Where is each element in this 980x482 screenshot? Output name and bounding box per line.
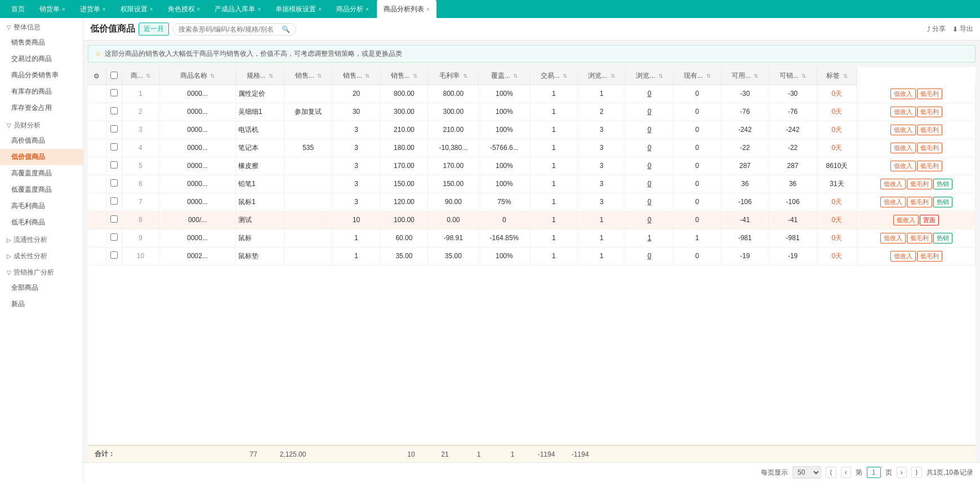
checkbox-cell[interactable] [106, 139, 122, 157]
row-checkbox[interactable] [110, 251, 118, 259]
col-available[interactable]: 可用... ⇅ [721, 67, 769, 85]
next-page-button[interactable]: › [897, 467, 907, 478]
checkbox-cell[interactable] [106, 229, 122, 247]
col-spec[interactable]: 规格... ⇅ [235, 67, 284, 85]
checkbox-cell[interactable] [106, 211, 122, 229]
last-page-button[interactable]: ⟩ [911, 467, 922, 478]
col-code[interactable]: 商... ⇅ [122, 67, 159, 85]
sidebar-item-high-margin[interactable]: 高毛利商品 [0, 198, 83, 214]
checkbox-cell[interactable] [106, 175, 122, 193]
settings-col-header[interactable]: ⚙ [88, 67, 106, 85]
col-sellable[interactable]: 可销... ⇅ [769, 67, 817, 85]
col-qty[interactable]: 销售... ⇅ [284, 67, 332, 85]
nav-analysis[interactable]: 商品分析 × [329, 0, 376, 18]
col-name[interactable]: 商品名称 ⇅ [159, 67, 236, 85]
nav-sales[interactable]: 销货单 × [33, 0, 72, 18]
sidebar-item-traded-goods[interactable]: 交易过的商品 [0, 51, 83, 67]
sidebar-item-low-value[interactable]: 低价值商品 [0, 149, 83, 165]
browse-link[interactable]: 0 [648, 252, 652, 260]
sidebar-item-sales-goods[interactable]: 销售类商品 [0, 34, 83, 51]
browse-link[interactable]: 0 [648, 180, 652, 188]
browse-link[interactable]: 1 [648, 234, 652, 242]
search-input[interactable] [179, 25, 279, 33]
close-icon[interactable]: × [103, 6, 106, 12]
col-browse1[interactable]: 浏览... ⇅ [578, 67, 626, 85]
sidebar-group-growth[interactable]: ▷ 成长性分析 [0, 247, 83, 263]
col-coverage[interactable]: 覆盖... ⇅ [479, 67, 530, 85]
col-sales1[interactable]: 销售... ⇅ [332, 67, 380, 85]
browse1-cell[interactable]: 0 [626, 193, 674, 211]
close-icon[interactable]: × [318, 6, 322, 12]
nav-home[interactable]: 首页 [5, 0, 32, 18]
filter-recent-month[interactable]: 近一月 [139, 23, 169, 36]
browse1-cell[interactable]: 0 [626, 85, 674, 103]
close-icon[interactable]: × [62, 6, 65, 12]
checkbox-cell[interactable] [106, 247, 122, 265]
browse1-cell[interactable]: 0 [626, 247, 674, 265]
col-trade[interactable]: 交易... ⇅ [530, 67, 578, 85]
browse-link[interactable]: 0 [648, 162, 652, 170]
col-tags[interactable]: 标签 ⇅ [817, 67, 857, 85]
close-icon[interactable]: × [197, 6, 201, 12]
row-checkbox[interactable] [110, 179, 118, 187]
sidebar-group-overview[interactable]: ▽ 整体信息 [0, 18, 83, 34]
nav-inventory[interactable]: 产成品入库单 × [208, 0, 268, 18]
first-page-button[interactable]: ⟨ [826, 467, 836, 478]
select-all-checkbox[interactable] [110, 72, 118, 79]
close-icon[interactable]: × [150, 6, 153, 12]
checkbox-cell[interactable] [106, 121, 122, 139]
checkbox-col-header[interactable] [106, 67, 122, 85]
page-size-select[interactable]: 50 100 [792, 466, 821, 479]
row-checkbox[interactable] [110, 161, 118, 169]
sidebar-item-all-goods[interactable]: 全部商品 [0, 280, 83, 296]
prev-page-button[interactable]: ‹ [841, 467, 851, 478]
export-button[interactable]: ⬇ 导出 [952, 24, 973, 34]
checkbox-cell[interactable] [106, 193, 122, 211]
sidebar-item-low-coverage[interactable]: 低覆盖度商品 [0, 182, 83, 198]
nav-roles[interactable]: 角色授权 × [161, 0, 207, 18]
checkbox-cell[interactable] [106, 85, 122, 103]
browse-link[interactable]: 0 [648, 216, 652, 224]
row-checkbox[interactable] [110, 233, 118, 241]
checkbox-cell[interactable] [106, 157, 122, 175]
browse1-cell[interactable]: 0 [626, 139, 674, 157]
browse1-cell[interactable]: 1 [626, 229, 674, 247]
row-checkbox[interactable] [110, 107, 118, 114]
nav-permissions[interactable]: 权限设置 × [114, 0, 160, 18]
browse1-cell[interactable]: 0 [626, 121, 674, 139]
nav-analysis-list[interactable]: 商品分析列表 × [377, 0, 436, 18]
browse-link[interactable]: 0 [648, 126, 652, 134]
row-checkbox[interactable] [110, 197, 118, 205]
browse-link[interactable]: 0 [648, 108, 652, 116]
col-margin[interactable]: 毛利率 ⇅ [428, 67, 479, 85]
sidebar-item-category-rate[interactable]: 商品分类销售率 [0, 67, 83, 83]
close-icon[interactable]: × [366, 6, 369, 12]
checkbox-cell[interactable] [106, 103, 122, 121]
col-sales2[interactable]: 销售... ⇅ [380, 67, 428, 85]
col-current[interactable]: 现有... ⇅ [673, 67, 721, 85]
sidebar-item-new-goods[interactable]: 新品 [0, 296, 83, 312]
browse1-cell[interactable]: 0 [626, 103, 674, 121]
nav-template[interactable]: 单据模板设置 × [269, 0, 328, 18]
sidebar-group-finance[interactable]: ▽ 员财分析 [0, 116, 83, 132]
search-icon[interactable]: 🔍 [282, 25, 290, 33]
sidebar-group-marketing[interactable]: ▽ 营销推广分析 [0, 263, 83, 280]
row-checkbox[interactable] [110, 89, 118, 96]
sidebar-group-circulation[interactable]: ▷ 流通性分析 [0, 231, 83, 247]
sidebar-item-high-coverage[interactable]: 高覆盖度商品 [0, 165, 83, 182]
sidebar-item-stock-goods[interactable]: 有库存的商品 [0, 83, 83, 100]
browse-link[interactable]: 0 [648, 144, 652, 152]
sidebar-item-high-value[interactable]: 高价值商品 [0, 132, 83, 149]
browse-link[interactable]: 0 [648, 198, 652, 206]
col-browse2[interactable]: 浏览... ⇅ [626, 67, 674, 85]
sidebar-item-stock-value[interactable]: 库存资金占用 [0, 100, 83, 116]
row-checkbox[interactable] [110, 143, 118, 151]
close-icon[interactable]: × [426, 6, 430, 12]
table-container[interactable]: ⚙ 商... ⇅ 商品名称 ⇅ 规格... ⇅ 销售... ⇅ 销售... ⇅ … [88, 67, 975, 445]
row-checkbox[interactable] [110, 215, 118, 223]
share-button[interactable]: ⤴ 分享 [927, 24, 946, 34]
sidebar-item-low-margin[interactable]: 低毛利商品 [0, 214, 83, 231]
browse1-cell[interactable]: 0 [626, 175, 674, 193]
nav-purchase[interactable]: 进货单 × [73, 0, 113, 18]
close-icon[interactable]: × [257, 6, 261, 12]
